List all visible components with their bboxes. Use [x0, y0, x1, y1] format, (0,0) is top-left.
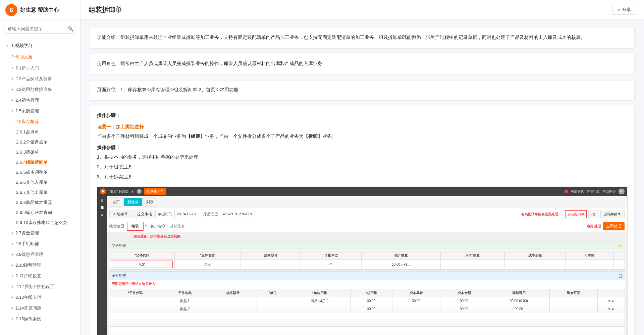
- search-input[interactable]: [4, 24, 76, 34]
- nav-sub-label: 2.12系统个性化设置: [15, 284, 54, 290]
- mock-lower-table: *子件代码 子件名称 规格型号 *单位 *单位用量 *总用量 成本单价 成本金额: [109, 289, 625, 335]
- mock-bom-note: 有装配清单的在这里处理: [521, 211, 558, 217]
- sidebar-item-install[interactable]: ＋ 2.2产品安装及登录: [0, 73, 80, 84]
- share-icon: ↗: [617, 7, 621, 12]
- mock-icon-setting: ⚙: [137, 189, 142, 194]
- step-list: 1、根据不同的业务，选择不同单据的类型来处理 2、对于组装业务 3、对于拆卖业务: [97, 153, 628, 181]
- sidebar-item-mobile[interactable]: ＋ 2.8手机旺辅: [0, 238, 80, 249]
- minus-icon: －: [5, 54, 9, 60]
- mock-side-strip: ☰ 📄 ⚙: [97, 196, 107, 335]
- share-button[interactable]: ↗ 分享: [612, 5, 636, 15]
- nav-sub-2: ＋ 2.1新手入门 ＋ 2.2产品安装及登录 ＋ 2.3使用前数据准备 ＋ 2.…: [0, 63, 80, 324]
- sidebar-item-268[interactable]: 2.6.8商品成本重算: [0, 198, 80, 208]
- mock-cell: [240, 259, 301, 269]
- sidebar-item-data-prep[interactable]: ＋ 2.3使用前数据准备: [0, 84, 80, 95]
- mock-col-unit: 计量单位: [301, 251, 362, 259]
- nav-category-2: － 2.帮助文档 ＋ 2.1新手入门 ＋ 2.2产品安装及登录 ＋ 2.3使用前…: [0, 51, 80, 324]
- sidebar-item-cases[interactable]: ＋ 2.15操作案例: [0, 314, 80, 324]
- mock-low-col11: [597, 289, 625, 297]
- sidebar-item-docs[interactable]: － 2.帮助文档: [0, 51, 80, 63]
- mock-lower-icon: 📋: [618, 273, 622, 279]
- sidebar-item-payment[interactable]: ＋ 2.13在线支付: [0, 292, 80, 303]
- mock-upper-section-label: 父件明细: [112, 242, 126, 249]
- role-text: 使用角色：通常由生产人员或库管人员完成拆装业务的操作，库管人员确认原材料的出库和…: [97, 60, 628, 68]
- logo-icon: 6: [5, 4, 17, 16]
- mock-form-label1: 经营范围: [109, 223, 124, 229]
- sidebar-item-261[interactable]: 2.6.1盘点单: [0, 127, 80, 137]
- mock-arrow-icon: →: [559, 211, 564, 217]
- sidebar-item-video[interactable]: ＋ 1.视频学习: [0, 40, 80, 51]
- sidebar-item-label: 1.视频学习: [11, 43, 33, 49]
- mock-cell: [613, 259, 625, 269]
- mock-top-bar: 6 TEST-H002 ▼ ⚙ 同期建一个 🔴 App下载 功能导航 帮助中心 …: [97, 187, 627, 196]
- mock-main-area: 自页 新建单 列表 本地存草 提交审核 单据时间 2019-12-28: [107, 196, 627, 335]
- sidebar-item-262[interactable]: 2.6.2分量盘点单: [0, 137, 80, 147]
- mock-low-col6: *总用量: [350, 289, 392, 297]
- mock-top-icon4: 帮助中心: [602, 188, 616, 194]
- page-title: 组装拆卸单: [89, 5, 122, 14]
- plus-icon: ＋: [5, 43, 9, 49]
- search-button[interactable]: 🔍: [68, 26, 73, 32]
- plus-icon-sm: ＋: [11, 76, 14, 81]
- mock-screenshot: 6 TEST-H002 ▼ ⚙ 同期建一个 🔴 App下载 功能导航 帮助中心 …: [97, 187, 627, 335]
- sidebar-item-2610[interactable]: 2.6.10库存账本错了怎么办: [0, 218, 80, 228]
- ops-title: 操作步骤：: [97, 112, 628, 120]
- sidebar-item-266[interactable]: 2.6.6其他入库单: [0, 177, 80, 187]
- sidebar-item-ops[interactable]: ＋ 2.10经营管理: [0, 260, 80, 271]
- sidebar-item-customize[interactable]: ＋ 2.12系统个性化设置: [0, 281, 80, 292]
- sidebar-item-coupon[interactable]: ＋ 2.9优惠券管理: [0, 249, 80, 260]
- mock-dropdown-icon: ▼: [130, 188, 134, 195]
- mock-low-col2: 子件名称: [161, 289, 209, 297]
- sidebar-item-beginner[interactable]: ＋ 2.1新手入门: [0, 63, 80, 73]
- plus-icon-sm: ＋: [11, 284, 14, 289]
- mock-lower-cell: [550, 297, 598, 305]
- mock-bom-area: 有装配清单的在这里处理 → 选装配清单 功 后继单据▼: [521, 210, 625, 218]
- mock-lower-row-6: [109, 333, 625, 335]
- sidebar-item-269[interactable]: 2.6.9库存账本查询: [0, 208, 80, 218]
- sidebar-item-finance[interactable]: ＋ 2.7资金管理: [0, 228, 80, 238]
- sidebar-item-sales[interactable]: ＋ 2.4销售管理: [0, 95, 80, 106]
- mock-unit-value: AD-20191226-001: [220, 210, 255, 218]
- sidebar-item-faq[interactable]: ＋ 2.14常见问题: [0, 303, 80, 314]
- mock-enable-area: 启用 处理 立即处理: [587, 222, 625, 230]
- page-header: 组装拆卸单 ↗ 分享: [80, 0, 644, 20]
- mock-low-col9: 期初可用: [488, 289, 550, 297]
- mock-lower-row-5: [109, 327, 625, 333]
- mock-annotations-row: 组装业务、拆卸业务在这里切换: [107, 233, 627, 240]
- plus-icon-sm: ＋: [11, 87, 14, 92]
- sidebar-item-263[interactable]: 2.6.3调拨单: [0, 147, 80, 157]
- sidebar-item-265[interactable]: 2.6.5成本调整单: [0, 167, 80, 177]
- mock-top-icon2: App下载: [571, 188, 584, 194]
- sidebar-item-print[interactable]: ＋ 2.11打印设置: [0, 271, 80, 281]
- mock-col-name: *父件名称: [175, 251, 240, 259]
- sidebar-item-264[interactable]: 2.6.4组装拆卸单: [0, 157, 80, 167]
- mock-low-col10: 剩余可用: [550, 289, 598, 297]
- mock-lower-row-3: [109, 313, 625, 320]
- mock-code-input: 米米: [111, 261, 173, 268]
- mock-btn-save: 本地存草: [109, 210, 131, 219]
- mock-type-input: 组装: [127, 222, 144, 231]
- mock-upper-table-section: 父件明细 ⚡ *父件代码 *父件名称: [109, 241, 625, 270]
- mock-lower-cell: 商品 1: [161, 297, 209, 305]
- mock-lower-cell: [289, 305, 351, 313]
- mock-strip-icon2: 📄: [100, 205, 104, 210]
- sidebar-item-purchase[interactable]: ＋ 2.5采购管理: [0, 106, 80, 116]
- sidebar-item-267[interactable]: 2.6.7其他出库单: [0, 187, 80, 198]
- nav-category-1: ＋ 1.视频学习: [0, 40, 80, 51]
- mock-dropdown-arrow: ▼: [145, 224, 148, 229]
- mock-strip-icon1: ☰: [101, 198, 103, 203]
- mock-top-icon1: 🔴: [564, 188, 568, 194]
- mock-lower-section-label: 子件明细: [112, 273, 126, 279]
- mock-col-cost: 成本金额: [504, 251, 565, 259]
- plus-icon-sm: ＋: [11, 263, 14, 268]
- mock-date-value: 2019-12-28: [174, 210, 201, 218]
- mock-form-label2: 客户名称: [150, 223, 165, 229]
- sidebar-item-inventory[interactable]: － 2.6库存核算: [0, 116, 80, 127]
- step-3: 3、对于拆卖业务: [97, 173, 628, 181]
- nav-sub-label: 2.14常见问题: [15, 305, 41, 311]
- minus-icon-sm: －: [11, 119, 14, 124]
- mock-low-col5: *单位用量: [289, 289, 351, 297]
- mock-tab-bar: 自页 新建单 列表: [107, 196, 627, 208]
- mock-lower-row-4: [109, 320, 625, 327]
- mock-annot-unlimited: 无固定流序中组组在这里录入 ↑: [109, 281, 625, 287]
